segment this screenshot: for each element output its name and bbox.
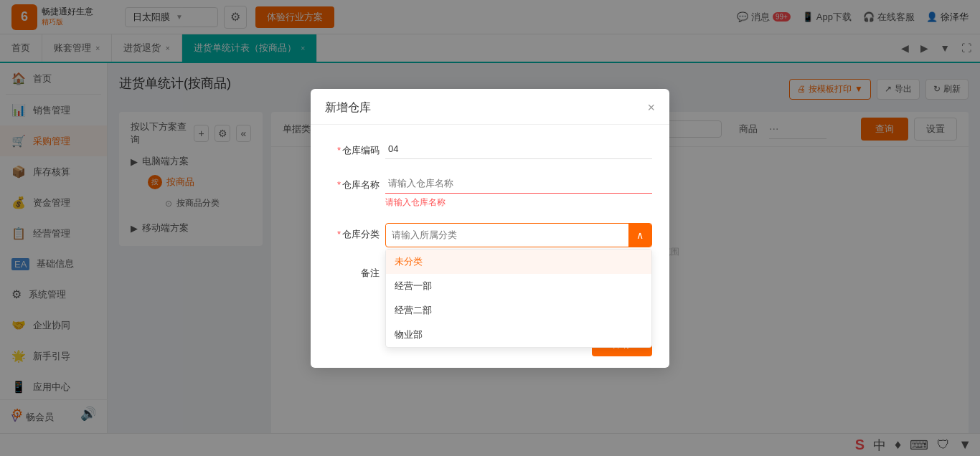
warehouse-code-label: *仓库编码 [328, 139, 385, 157]
warehouse-category-label: *仓库分类 [328, 223, 385, 241]
warehouse-code-control [385, 139, 652, 159]
dialog-header: 新增仓库 × [311, 89, 669, 125]
form-row-code: *仓库编码 [328, 139, 652, 159]
dialog-title: 新增仓库 [325, 100, 371, 115]
form-row-name: *仓库名称 请输入仓库名称 [328, 174, 652, 209]
category-toggle-btn[interactable]: ∧ [628, 224, 651, 247]
warehouse-name-error: 请输入仓库名称 [385, 196, 652, 209]
category-option-2[interactable]: 经营二部 [386, 298, 651, 323]
warehouse-name-control: 请输入仓库名称 [385, 174, 652, 209]
category-input-row: ∧ [385, 223, 652, 247]
modal-overlay[interactable]: 新增仓库 × *仓库编码 *仓库名称 请输入 [0, 0, 980, 456]
category-option-3[interactable]: 物业部 [386, 323, 651, 347]
warehouse-code-input[interactable] [385, 139, 652, 159]
warehouse-name-label: *仓库名称 [328, 174, 385, 191]
category-dropdown: 未分类 经营一部 经营二部 物业部 [385, 249, 652, 348]
category-option-1[interactable]: 经营一部 [386, 274, 651, 298]
warehouse-name-input[interactable] [385, 174, 652, 194]
note-label: 备注 [328, 262, 385, 280]
category-option-0[interactable]: 未分类 [386, 250, 651, 274]
new-warehouse-dialog: 新增仓库 × *仓库编码 *仓库名称 请输入 [311, 89, 669, 368]
category-input[interactable] [386, 225, 628, 244]
dialog-body: *仓库编码 *仓库名称 请输入仓库名称 * [311, 125, 669, 323]
warehouse-category-control: ∧ 未分类 经营一部 经营二部 物业部 [385, 223, 652, 247]
form-row-category: *仓库分类 ∧ 未分类 经营一部 经营二部 物业部 [328, 223, 652, 247]
dialog-close-btn[interactable]: × [647, 100, 655, 115]
